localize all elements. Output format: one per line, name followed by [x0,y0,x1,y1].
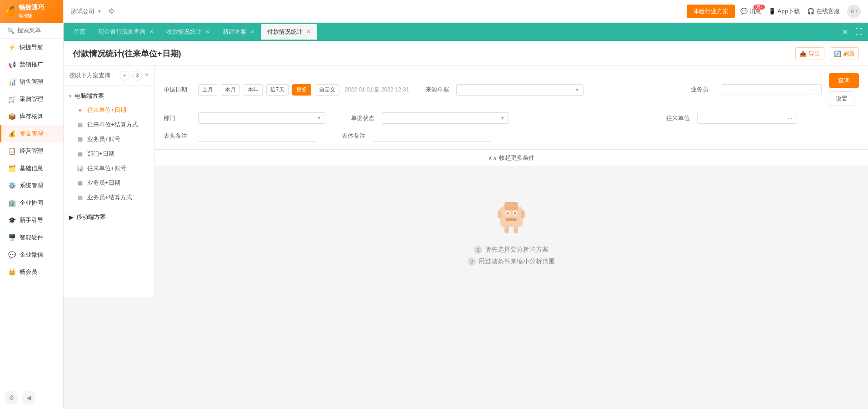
sidebar-item-inventory[interactable]: 📦 库存核算 [0,108,63,125]
scheme-item-dept-date[interactable]: ▦ 部门+日期 [64,146,154,161]
export-button[interactable]: 📤 导出 [795,47,824,60]
sidebar-item-label: 库存核算 [20,112,43,121]
tab-expand-btn[interactable]: ⛶ [853,26,864,38]
company-name: 测试公司 [71,7,95,15]
scheme-header-icons: + ⚙ » [120,71,149,81]
sidebar-item-marketing[interactable]: 📢 营销推广 [0,56,63,73]
online-support-btn[interactable]: 🎧 在线客服 [807,7,840,15]
scheme-item-partner-account[interactable]: 📊 往来单位+账号 [64,161,154,176]
sidebar-item-wechat[interactable]: 💬 企业微信 [0,246,63,263]
app-download-btn[interactable]: 📱 App下载 [768,7,800,15]
sidebar-item-system[interactable]: ⚙️ 系统管理 [0,177,63,194]
user-avatar[interactable]: Rit [847,5,861,18]
section-label: 移动端方案 [76,213,106,221]
salesperson-select[interactable]: ··· [722,84,822,95]
filter-row-3: 表头备注 表体备注 [164,130,859,142]
sidebar-item-label: 经营管理 [20,147,43,155]
scheme-section-desktop-title[interactable]: ▾ 电脑端方案 [64,89,154,103]
scheme-settings-btn[interactable]: ⚙ [132,71,142,81]
date-btn-last-month[interactable]: 上月 [198,84,217,96]
date-btn-this-month[interactable]: 本月 [221,84,240,96]
scheme-section-mobile-title[interactable]: ▶ 移动端方案 [64,210,154,224]
sidebar-item-guide[interactable]: 🎓 新手引导 [0,212,63,229]
tab-receipt-stats[interactable]: 收款情况统计 ✕ [160,24,216,40]
sidebar-item-sales[interactable]: 📊 销售管理 [0,73,63,91]
basic-info-icon: 🗂️ [8,164,16,172]
scheme-section-desktop: ▾ 电脑端方案 ● 往来单位+日期 ▦ 往来单位+结算方式 ▦ 业务员+账号 [64,86,154,208]
sidebar-item-label: 销售管理 [20,78,43,86]
section-label: 电脑端方案 [75,92,104,100]
tab-close-icon[interactable]: ✕ [250,29,254,35]
tab-bank-flow[interactable]: 现金银行流水查询 ✕ [92,24,160,40]
right-content: 单据日期 上月 本月 本年 近7天 更多 自定义 2022-01-01 至 20… [155,66,868,297]
sidebar-item-operations[interactable]: 📋 经营管理 [0,142,63,160]
page-title: 付款情况统计(往来单位+日期) [73,48,181,65]
scheme-item-salesperson-account[interactable]: ▦ 业务员+账号 [64,132,154,146]
sidebar-item-label: 采购管理 [20,95,43,103]
date-btn-more[interactable]: 更多 [292,84,311,96]
collapse-more-btn[interactable]: ∧∧ 收起更多条件 [155,150,868,166]
sidebar-item-enterprise[interactable]: 🏢 企业协同 [0,194,63,212]
department-select[interactable]: ▾ [198,112,325,124]
scheme-collapse-btn[interactable]: » [145,71,149,81]
hint-1-text: 请先选择要分析的方案 [485,246,549,254]
sidebar-item-basic-info[interactable]: 🗂️ 基础信息 [0,160,63,177]
voucher-status-select[interactable]: ▾ [382,112,509,124]
chevron-down-icon: ▾ [501,115,504,121]
notification-btn[interactable]: 💬 消息 99+ [740,7,761,15]
trial-button[interactable]: 体验行业方案 [687,5,735,18]
scheme-item-label: 业务员+结算方式 [87,193,132,202]
scheme-item-partner-date[interactable]: ● 往来单位+日期 [64,103,154,117]
marketing-icon: 📢 [8,61,16,69]
sidebar-collapse-btn[interactable]: ◀ [22,391,35,404]
tab-close-icon[interactable]: ✕ [306,29,311,35]
settings-small-button[interactable]: 设置 [829,91,854,106]
query-button[interactable]: 查询 [829,73,859,88]
tab-label: 现金银行流水查询 [98,28,145,36]
tab-close-icon[interactable]: ✕ [149,29,154,35]
tab-new-plan[interactable]: 新建方案 ✕ [216,24,261,40]
scheme-item-salesperson-date[interactable]: ▦ 业务员+日期 [64,176,154,190]
table-body-note-label: 表体备注 [342,132,369,140]
sidebar-item-membership[interactable]: 👑 畅会员 [0,263,63,281]
scheme-item-label: 往来单位+结算方式 [87,121,138,129]
refresh-button[interactable]: 🔄 刷新 [830,47,859,60]
scheme-panel-title: 按以下方案查询 [69,71,110,80]
settings-icon[interactable]: ⚙ [105,5,118,18]
table-body-note-input[interactable] [373,130,491,142]
table-header-note-input[interactable] [198,130,316,142]
page-header: 付款情况统计(往来单位+日期) 📤 导出 🔄 刷新 [64,41,868,66]
filter-date-options: 上月 本月 本年 近7天 更多 自定义 2022-01-01 至 2022-12… [198,84,409,96]
main-body: 按以下方案查询 + ⚙ » ▾ 电脑端方案 ● 往来单位+日期 [64,66,868,297]
chevron-right-icon: ▶ [69,214,74,221]
sidebar-settings-btn[interactable]: ⚙ [5,391,18,404]
sidebar-item-label: 企业微信 [20,251,43,259]
sidebar-item-purchase[interactable]: 🛒 采购管理 [0,91,63,108]
main-area: 测试公司 ▾ ⚙ 体验行业方案 💬 消息 99+ 📱 App下载 🎧 在线客服 … [64,0,868,409]
sidebar-item-hardware[interactable]: 🖥️ 智能硬件 [0,229,63,246]
scheme-add-btn[interactable]: + [120,71,130,81]
source-voucher-select[interactable]: ▾ [456,84,584,96]
sidebar-item-label: 智能硬件 [20,233,43,242]
svg-point-5 [514,212,516,215]
date-btn-custom[interactable]: 自定义 [315,84,339,96]
sidebar-item-finance[interactable]: 💰 资金管理 [0,125,63,142]
tab-payment-stats[interactable]: 付款情况统计 ✕ [261,24,317,40]
page-header-actions: 📤 导出 🔄 刷新 [795,47,859,66]
app-download-label: App下载 [778,7,800,15]
filter-section: 单据日期 上月 本月 本年 近7天 更多 自定义 2022-01-01 至 20… [155,66,868,166]
date-btn-last-7-days[interactable]: 近7天 [266,84,289,96]
sidebar-item-quick-nav[interactable]: ⚡ 快捷导航 [0,39,63,56]
filter-row-2: 部门 ▾ 单据状态 ▾ [164,112,859,124]
voucher-date-label: 单据日期 [164,86,191,94]
avatar-img: Rit [847,5,861,18]
tab-close-icon[interactable]: ✕ [205,29,210,35]
scheme-item-partner-settle[interactable]: ▦ 往来单位+结算方式 [64,117,154,132]
date-btn-this-year[interactable]: 本年 [244,84,263,96]
tab-home[interactable]: 首页 [67,24,92,40]
chart-icon: 📊 [76,165,84,172]
partner-select[interactable]: ··· [697,113,797,124]
scheme-item-salesperson-settle[interactable]: ▦ 业务员+结算方式 [64,190,154,205]
tab-close-all-btn[interactable]: ✕ [840,26,850,38]
sidebar-search[interactable]: 🔍 搜索菜单 [0,23,63,39]
